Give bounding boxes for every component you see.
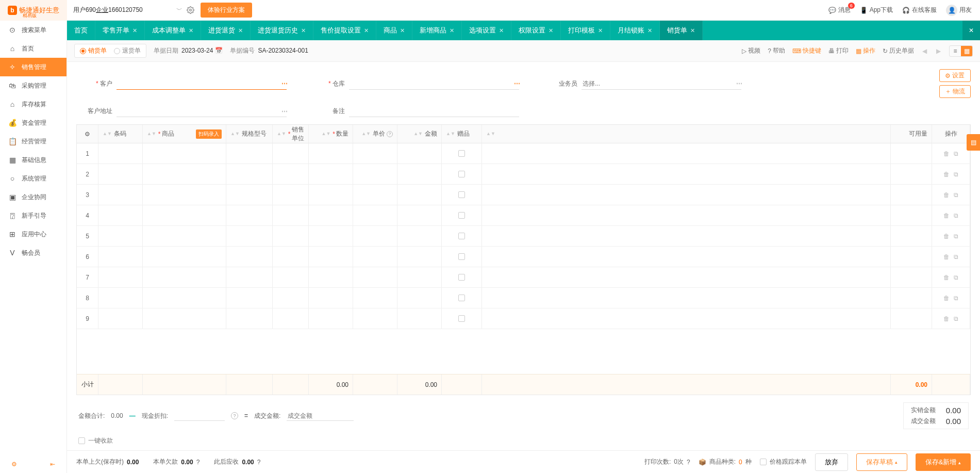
copy-icon[interactable]: ⧉ — [954, 150, 958, 157]
close-icon[interactable]: ✕ — [450, 27, 454, 34]
calendar-icon[interactable]: 📅 — [215, 47, 223, 54]
gift-checkbox[interactable] — [458, 274, 465, 281]
sidebar-item[interactable]: ▣企业协同 — [0, 188, 67, 206]
warehouse-input[interactable] — [349, 78, 519, 90]
messages-link[interactable]: 💬 消息 6 — [828, 6, 851, 14]
customer-picker-icon[interactable]: ⋯ — [281, 80, 288, 87]
promo-button[interactable]: 体验行业方案 — [201, 3, 252, 18]
history-link[interactable]: ↻ 历史单据 — [883, 46, 914, 55]
video-link[interactable]: ▷ 视频 — [742, 46, 760, 55]
table-row[interactable]: 7 🗑⧉ — [77, 267, 970, 288]
close-icon[interactable]: ✕ — [647, 27, 652, 34]
gift-checkbox[interactable] — [458, 295, 465, 301]
user-menu[interactable]: 👤 用友 — [946, 5, 972, 16]
gift-checkbox[interactable] — [458, 171, 465, 177]
tab[interactable]: 商品✕ — [376, 21, 412, 40]
sidebar-item[interactable]: ✧销售管理 — [0, 58, 67, 76]
table-row[interactable]: 3 🗑⧉ — [77, 185, 970, 205]
onekey-checkbox[interactable] — [78, 437, 85, 444]
support-link[interactable]: 🎧 在线客服 — [902, 6, 937, 14]
sidebar-item[interactable]: 🛍采购管理 — [0, 76, 67, 95]
settings-icon[interactable]: ⚙ — [11, 461, 17, 468]
sidebar-item[interactable]: ⌂首页 — [0, 39, 67, 58]
help-link[interactable]: ? 帮助 — [768, 46, 785, 55]
sidebar-item[interactable]: ⌂库存核算 — [0, 95, 67, 113]
address-picker-icon[interactable]: ⋯ — [281, 108, 288, 115]
th-barcode[interactable]: ▲▼条码 — [98, 125, 143, 143]
customer-input[interactable] — [117, 78, 287, 90]
tab[interactable]: 新增商品✕ — [412, 21, 462, 40]
tab[interactable]: 打印模板✕ — [561, 21, 610, 40]
copy-icon[interactable]: ⧉ — [954, 253, 958, 260]
copy-icon[interactable]: ⧉ — [954, 212, 958, 219]
gift-checkbox[interactable] — [458, 150, 465, 157]
print-link[interactable]: 🖶 打印 — [828, 46, 849, 55]
settings-button[interactable]: ⚙ 设置 — [939, 69, 971, 82]
tab[interactable]: 首页 — [67, 21, 95, 40]
delete-icon[interactable]: 🗑 — [943, 233, 950, 240]
delete-icon[interactable]: 🗑 — [943, 171, 950, 178]
radio-return[interactable]: 退货单 — [114, 46, 141, 55]
copy-icon[interactable]: ⧉ — [954, 171, 958, 178]
next-doc[interactable]: ▶ — [935, 47, 942, 55]
tab[interactable]: 售价提取设置✕ — [313, 21, 376, 40]
salesman-input[interactable] — [582, 78, 741, 90]
tab[interactable]: 零售开单✕ — [95, 21, 145, 40]
delete-icon[interactable]: 🗑 — [943, 295, 950, 302]
ops-link[interactable]: ▦ 操作 — [856, 46, 875, 55]
th-spec[interactable]: ▲▼规格型号 — [226, 125, 273, 143]
table-row[interactable]: 5 🗑⧉ — [77, 226, 970, 247]
help-icon[interactable]: ? — [231, 412, 238, 419]
shortcut-link[interactable]: ⌨ 快捷键 — [792, 46, 821, 55]
save-draft-button[interactable]: 保存草稿 ▴ — [856, 453, 907, 471]
radio-sale[interactable]: 销货单 — [80, 46, 107, 55]
view-grid[interactable]: ▦ — [961, 46, 972, 56]
close-icon[interactable]: ✕ — [238, 27, 243, 34]
gear-icon[interactable] — [187, 6, 194, 14]
deal-input[interactable] — [287, 411, 354, 421]
view-list[interactable]: ≡ — [950, 46, 961, 56]
gift-checkbox[interactable] — [458, 233, 465, 239]
sidebar-item[interactable]: V畅会员 — [0, 243, 67, 262]
gift-checkbox[interactable] — [458, 253, 465, 260]
sidebar-item[interactable]: 💰资金管理 — [0, 113, 67, 132]
copy-icon[interactable]: ⧉ — [954, 315, 958, 322]
delete-icon[interactable]: 🗑 — [943, 274, 950, 281]
tab[interactable]: 进货退货历史✕ — [251, 21, 313, 40]
copy-icon[interactable]: ⧉ — [954, 233, 958, 240]
gift-checkbox[interactable] — [458, 212, 465, 219]
table-row[interactable]: 9 🗑⧉ — [77, 308, 970, 329]
warehouse-picker-icon[interactable]: ⋯ — [514, 80, 521, 87]
copy-icon[interactable]: ⧉ — [954, 295, 958, 302]
table-row[interactable]: 2 🗑⧉ — [77, 164, 970, 185]
delete-icon[interactable]: 🗑 — [943, 191, 950, 199]
th-qty[interactable]: ▲▼*数量 — [309, 125, 353, 143]
chevron-down-icon[interactable]: ﹀ — [176, 6, 182, 14]
th-gift[interactable]: ▲▼赠品 — [442, 125, 482, 143]
app-download-link[interactable]: 📱 App下载 — [860, 6, 893, 14]
copy-icon[interactable]: ⧉ — [954, 274, 958, 281]
price-track[interactable]: 价格跟踪本单 — [760, 458, 807, 466]
close-icon[interactable]: ✕ — [549, 27, 553, 34]
table-row[interactable]: 6 🗑⧉ — [77, 247, 970, 267]
table-row[interactable]: 8 🗑⧉ — [77, 288, 970, 308]
close-icon[interactable]: ✕ — [690, 27, 695, 34]
scan-badge[interactable]: 扫码录入 — [196, 129, 222, 139]
address-input[interactable] — [117, 105, 287, 117]
sidebar-item[interactable]: 📋经营管理 — [0, 132, 67, 151]
prev-doc[interactable]: ◀ — [921, 47, 928, 55]
logo[interactable]: b 畅捷通好生意 精易版 — [0, 0, 67, 21]
th-amount[interactable]: ▲▼金额 — [397, 125, 442, 143]
table-row[interactable]: 1 🗑⧉ — [77, 143, 970, 164]
close-icon[interactable]: ✕ — [301, 27, 306, 34]
copy-icon[interactable]: ⧉ — [954, 191, 958, 199]
delete-icon[interactable]: 🗑 — [943, 150, 950, 157]
tab[interactable]: 选项设置✕ — [462, 21, 511, 40]
delete-icon[interactable]: 🗑 — [943, 253, 950, 260]
collapse-icon[interactable]: ⇤ — [50, 461, 55, 468]
close-all-tabs[interactable]: ✕ — [962, 21, 980, 40]
salesman-picker-icon[interactable]: ⋯ — [736, 80, 743, 87]
tab[interactable]: 进货退货✕ — [201, 21, 251, 40]
gift-checkbox[interactable] — [458, 191, 465, 198]
logistics-button[interactable]: ＋ 物流 — [939, 85, 971, 98]
